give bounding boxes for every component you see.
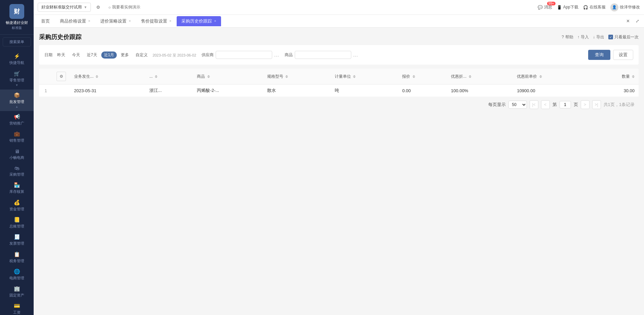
sidebar-item-assets[interactable]: 🏢 固定资产 [0,283,34,300]
version-select[interactable]: 好业财标准版交付试用 ▼ [38,3,91,12]
sidebar-item-label: 资金管理 [9,207,24,211]
first-page-button[interactable]: |< [530,100,538,109]
help-button[interactable]: ? 帮助 [562,34,573,40]
sidebar-item-invoice[interactable]: 🧾 发票管理 [0,231,34,248]
inventory-icon: 🏪 [14,182,20,188]
tab-close-icon[interactable]: × [129,19,131,23]
demo-button[interactable]: ○ 我要看实例演示 [106,3,143,11]
search-menu-button[interactable]: 搜索菜单 [3,37,31,46]
setting-button[interactable]: 设置 [613,50,633,60]
online-service-button[interactable]: 🎧 在线客服 [583,4,606,10]
sidebar-item-inventory[interactable]: 🏪 库存核算 [0,179,34,197]
topbar-settings-button[interactable]: ⚙ [94,3,103,12]
tab-purchase-history[interactable]: 采购历史价跟踪 × [177,16,221,26]
tab-close-icon[interactable]: × [214,19,216,23]
tab-close-icon[interactable]: × [169,19,171,23]
sidebar-item-wholesale[interactable]: 📦 批发管理 ▲ [0,90,34,111]
date-range-text: 2023-05-02 至 2023-06-02 [152,53,196,58]
export-label: 导出 [596,34,604,40]
date-chip-today[interactable]: 今天 [69,51,83,59]
sidebar-item-ecommerce[interactable]: 🌐 电商管理 [0,266,34,283]
col-unit-header[interactable]: 计量单位 [331,69,398,84]
last-page-button[interactable]: >| [592,100,601,109]
only-last-checkbox[interactable]: ✓ [608,35,613,39]
col-more-header[interactable]: ... [145,69,193,84]
query-button[interactable]: 查询 [588,50,610,60]
next-page-button[interactable]: > [581,100,589,109]
col-date-header[interactable]: 业务发生... [70,69,145,84]
version-label: 好业财标准版交付试用 [41,4,82,10]
gear-icon: ⚙ [96,5,100,10]
date-chip-yesterday[interactable]: 昨天 [55,51,68,59]
date-chip-7days[interactable]: 近7天 [84,51,100,59]
export-button[interactable]: ↓ 导出 [593,34,604,40]
only-last-checkbox-wrap[interactable]: ✓ 只看最后一次 [608,34,639,40]
tab-label: 售价提取设置 [141,18,167,24]
sidebar-item-payroll[interactable]: 💳 工资 [0,300,34,315]
tab-label: 采购历史价跟踪 [181,18,212,24]
row-date: 2023-05-31 [70,84,145,97]
messages-button[interactable]: 💬 消息 99+ [538,4,552,10]
tab-strategy[interactable]: 进价策略设置 × [96,16,135,26]
sidebar-item-label: 采购管理 [9,172,24,177]
sidebar-item-label: 固定资产 [9,293,24,298]
topbar-left: 好业财标准版交付试用 ▼ ⚙ ○ 我要看实例演示 [38,3,535,12]
col-quantity-header[interactable]: 数量 [590,69,639,84]
sidebar-item-label: 快捷导航 [9,60,24,65]
topbar: 好业财标准版交付试用 ▼ ⚙ ○ 我要看实例演示 💬 消息 99+ 📱 App下… [34,0,644,15]
tab-sale-extract[interactable]: 售价提取设置 × [136,16,176,26]
col-before-price-header[interactable]: 优惠前单价 [513,69,590,84]
close-tab-button[interactable]: ✕ [624,17,632,25]
tab-label: 进价策略设置 [100,18,127,24]
sidebar-item-label: 营销推广 [9,121,24,126]
tab-home[interactable]: 首页 [36,16,55,26]
date-chip-custom[interactable]: 自定义 [133,51,150,59]
col-spec-header[interactable]: 规格型号 [263,69,331,84]
sidebar-item-sales[interactable]: 💼 销售管理 [0,128,34,145]
demo-label: 我要看实例演示 [112,4,140,10]
tabbar-actions: ✕ ⤢ [624,17,641,25]
app-download-label: App下载 [563,4,578,10]
sidebar-item-finance[interactable]: 💰 资金管理 [0,197,34,214]
col-discount-header[interactable]: 优惠折... [447,69,513,84]
sidebar-item-marketing[interactable]: 📢 营销推广 [0,111,34,128]
col-product-header[interactable]: 商品 [193,69,263,84]
sidebar-item-retail[interactable]: 🛒 零售管理 ▼ [0,68,34,90]
import-button[interactable]: ↑ 导入 [577,34,589,40]
per-page-select[interactable]: 50 100 200 [508,101,527,109]
sidebar-item-label: 销售管理 [9,138,24,143]
sidebar-search-area[interactable]: 搜索菜单 [0,35,34,49]
app-download-button[interactable]: 📱 App下载 [557,4,578,10]
sidebar-item-purchase[interactable]: 🛍 采购管理 [0,163,34,179]
user-menu-button[interactable]: 👤 徐泽华修改 [610,3,640,11]
date-chip-more[interactable]: 更多 [118,51,132,59]
ledger-icon: 📒 [14,217,20,223]
supplier-filter-label: 供应商 [202,52,214,58]
filter-panel: 日期 昨天 今天 近7天 近1月 更多 自定义 2023-05-02 至 202… [39,45,639,65]
user-label: 徐泽华修改 [620,4,640,10]
supplier-input[interactable] [216,51,272,59]
sidebar-item-ecommerce-small[interactable]: 🖥 小畅电商 [0,146,34,163]
tab-close-icon[interactable]: × [88,19,90,23]
tab-label: 首页 [41,18,50,24]
col-price-header[interactable]: 报价 [398,69,447,84]
column-settings-button[interactable]: ⚙ [57,72,66,81]
prev-page-button[interactable]: < [541,100,550,109]
product-more-icon[interactable]: ... [353,52,358,58]
sidebar-item-label: 税务管理 [9,258,24,263]
main-area: 好业财标准版交付试用 ▼ ⚙ ○ 我要看实例演示 💬 消息 99+ 📱 App下… [34,0,644,315]
supplier-more-icon[interactable]: ... [274,52,279,58]
page-label: 第 [552,102,557,108]
sidebar-item-quick-nav[interactable]: ⚡ 快捷导航 [0,50,34,68]
ecommerce-small-icon: 🖥 [14,148,20,154]
maximize-button[interactable]: ⤢ [633,17,641,25]
date-chip-1month[interactable]: 近1月 [101,51,117,59]
total-info: 共1页，1条记录 [604,102,635,108]
sidebar-item-tax[interactable]: 📋 税务管理 [0,249,34,266]
tab-price[interactable]: 商品价格设置 × [55,16,95,26]
sidebar-item-label: 小畅电商 [9,155,24,160]
page-title: 采购历史价跟踪 [39,33,81,41]
product-input[interactable] [295,51,351,59]
sidebar-item-ledger[interactable]: 📒 总账管理 [0,214,34,231]
page-number-input[interactable] [560,101,571,108]
